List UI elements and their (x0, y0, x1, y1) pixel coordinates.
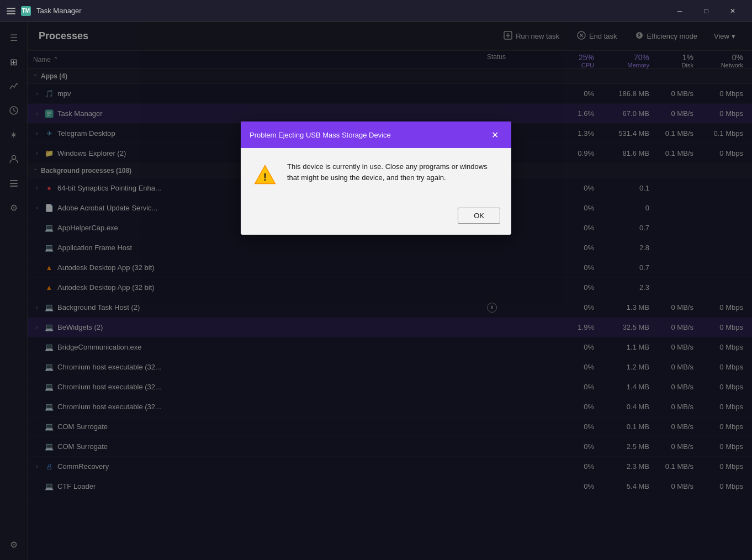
dialog-close-button[interactable]: ✕ (487, 127, 502, 142)
dialog-title: Problem Ejecting USB Mass Storage Device (250, 131, 487, 139)
app-icon: TM (21, 6, 31, 16)
titlebar: TM Task Manager ─ □ ✕ (0, 0, 752, 22)
dialog-ok-button[interactable]: OK (458, 208, 500, 224)
svg-text:!: ! (263, 171, 267, 183)
dialog-body: ! This device is currently in use. Close… (241, 148, 511, 201)
dialog-footer: OK (241, 201, 511, 235)
window-title: Task Manager (36, 7, 82, 15)
dialog-warning-icon: ! (252, 161, 278, 188)
dialog-overlay: Problem Ejecting USB Mass Storage Device… (0, 22, 752, 560)
usb-eject-dialog: Problem Ejecting USB Mass Storage Device… (241, 121, 511, 235)
maximize-button[interactable]: □ (693, 2, 719, 20)
window-controls: ─ □ ✕ (667, 2, 745, 20)
svg-rect-2 (7, 13, 15, 14)
hamburger-menu-icon[interactable] (7, 7, 15, 15)
svg-rect-1 (7, 10, 15, 12)
dialog-titlebar: Problem Ejecting USB Mass Storage Device… (241, 121, 511, 148)
minimize-button[interactable]: ─ (667, 2, 692, 20)
dialog-message: This device is currently in use. Close a… (287, 161, 500, 188)
close-button[interactable]: ✕ (720, 2, 745, 20)
svg-rect-0 (7, 8, 15, 9)
